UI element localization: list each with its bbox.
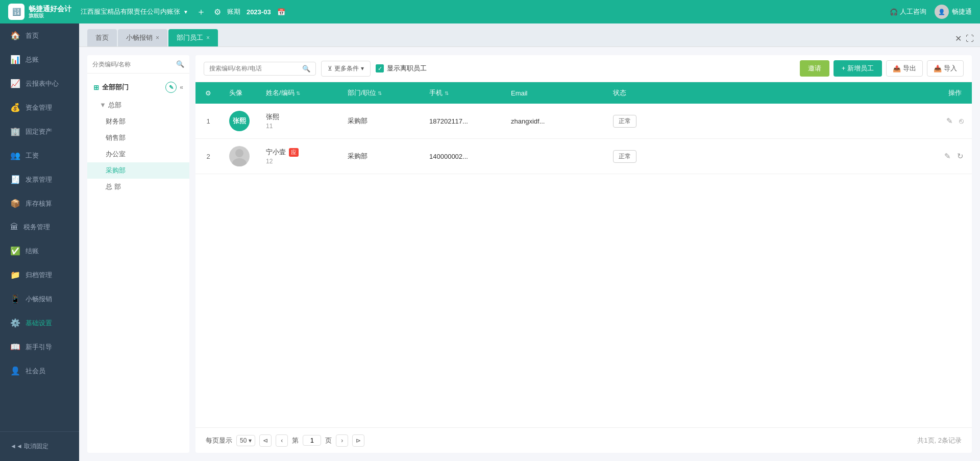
add-tab-button[interactable]: ＋ (194, 6, 208, 18)
sidebar-item-ledger[interactable]: 📊 总账 (0, 47, 79, 71)
filter-label: 更多条件 (334, 64, 359, 73)
last-page-button[interactable]: ⊳ (352, 434, 364, 447)
edit-icon[interactable]: ✎ (946, 116, 953, 126)
prev-page-button[interactable]: ‹ (276, 434, 288, 447)
dept-all-button[interactable]: ⊞ 全部部门 ✎ « (87, 78, 189, 97)
logo-text: 畅捷通好会计 旗舰版 (29, 5, 71, 19)
svg-point-1 (232, 158, 247, 166)
col-phone[interactable]: 手机 ⇅ (421, 82, 503, 104)
settings-gear-icon: ⚙️ (10, 318, 20, 328)
user-area[interactable]: 👤 畅捷通 (935, 5, 972, 19)
tab-bar: 首页 小畅报销 × 部门员工 × ✕ ⛶ (79, 23, 980, 47)
tab-employees-label: 部门员工 (177, 33, 203, 42)
sidebar-item-guide[interactable]: 📖 新手引导 (0, 335, 79, 359)
settings-icon[interactable]: ⚙ (214, 7, 221, 17)
sidebar-item-archive[interactable]: 📁 归档管理 (0, 263, 79, 287)
logout-icon[interactable]: ⎋ (959, 116, 964, 126)
dept-node-office[interactable]: 办公室 (87, 146, 189, 162)
support-label: 人工咨询 (900, 7, 926, 16)
invite-button[interactable]: 邀请 (800, 60, 829, 77)
next-page-button[interactable]: › (336, 434, 348, 447)
refresh-icon[interactable]: ↻ (957, 152, 964, 161)
ying-badge: 应 (289, 148, 299, 157)
sidebar-item-label: 库存核算 (26, 199, 52, 208)
sidebar-item-closing[interactable]: ✅ 结账 (0, 239, 79, 263)
sidebar-item-funds[interactable]: 💰 资金管理 (0, 95, 79, 119)
main-layout: 🏠 首页 📊 总账 📈 云报表中心 💰 资金管理 🏢 固定资产 👥 工资 🧾 发… (0, 23, 980, 461)
col-dept[interactable]: 部门/职位 ⇅ (339, 82, 421, 104)
search-input[interactable] (209, 65, 299, 72)
export-button[interactable]: 📤 导出 (886, 60, 923, 77)
sidebar-item-label: 资金管理 (26, 103, 52, 112)
sidebar-item-reports[interactable]: 📈 云报表中心 (0, 71, 79, 95)
tab-home[interactable]: 首页 (87, 29, 117, 46)
sidebar-item-invoice[interactable]: 🧾 发票管理 (0, 167, 79, 191)
edit-icon[interactable]: ✎ (944, 152, 951, 161)
company-selector[interactable]: 江西服宝精品有限责任公司内账张 ▼ (81, 7, 188, 16)
sidebar-item-assets[interactable]: 🏢 固定资产 (0, 119, 79, 143)
sidebar-item-label: 总账 (26, 55, 39, 64)
tab-employees[interactable]: 部门员工 × (168, 29, 218, 46)
export-icon: 📤 (893, 65, 901, 72)
filter-chevron-icon: ▾ (361, 65, 364, 72)
actions-cell: ✎ ↻ (707, 139, 972, 174)
sidebar-item-label: 小畅报销 (26, 295, 52, 304)
tab-expense[interactable]: 小畅报销 × (118, 29, 167, 46)
sidebar-item-social[interactable]: 👤 社会员 (0, 359, 79, 383)
content-area: 首页 小畅报销 × 部门员工 × ✕ ⛶ 🔍 (79, 23, 980, 461)
dept-node-purchase[interactable]: 采购部 (87, 162, 189, 179)
col-settings[interactable]: ⚙ (195, 82, 221, 104)
invoice-icon: 🧾 (10, 175, 20, 184)
support-button[interactable]: 🎧 人工咨询 (890, 7, 926, 16)
page-suffix: 页 (325, 436, 332, 445)
import-label: 导入 (944, 64, 957, 73)
phone-cell: 140000002... (421, 139, 503, 174)
filter-icon: ⊻ (328, 65, 332, 72)
dept-node-finance[interactable]: 财务部 (87, 113, 189, 130)
table-row: 1 张熙 张熙 11 (195, 104, 972, 139)
avatar: 👤 (935, 5, 949, 19)
add-employee-button[interactable]: + 新增员工 (834, 60, 882, 77)
sidebar-item-home[interactable]: 🏠 首页 (0, 23, 79, 47)
show-resigned-toggle[interactable]: ✓ 显示离职员工 (376, 64, 427, 73)
col-name-code[interactable]: 姓名/编码 ⇅ (258, 82, 339, 104)
name-code-cell: 宁小壹 应 12 (258, 139, 339, 174)
dept-search-input[interactable] (92, 61, 173, 68)
sidebar-item-payroll[interactable]: 👥 工资 (0, 143, 79, 167)
close-tab-icon[interactable]: ✕ (955, 34, 962, 43)
dept-node-general[interactable]: 总 部 (87, 179, 189, 195)
filter-button[interactable]: ⊻ 更多条件 ▾ (321, 61, 371, 77)
expand-tab-icon[interactable]: ⛶ (966, 34, 974, 43)
logo-area: 🔢 畅捷通好会计 旗舰版 (8, 4, 75, 20)
tab-actions: ✕ ⛶ (949, 34, 980, 46)
tab-expense-label: 小畅报销 (126, 33, 153, 42)
import-button[interactable]: 📥 导入 (927, 60, 964, 77)
grid-icon: ⊞ (93, 84, 99, 91)
name-row: 张熙 (266, 112, 331, 122)
tab-employees-close[interactable]: × (206, 34, 210, 41)
search-icon[interactable]: 🔍 (302, 65, 310, 72)
sidebar-item-settings[interactable]: ⚙️ 基础设置 (0, 311, 79, 335)
dept-node-zongbu[interactable]: ▼总部 (87, 97, 189, 113)
dept-collapse-icon[interactable]: « (180, 84, 183, 91)
tab-expense-close[interactable]: × (156, 34, 159, 41)
cancel-pin-button[interactable]: ◄◄ 取消固定 (0, 437, 79, 456)
employee-code: 12 (266, 158, 331, 165)
collapse-arrow: ▼ (100, 101, 106, 109)
page-input[interactable] (303, 435, 321, 446)
sidebar-item-expense[interactable]: 📱 小畅报销 (0, 287, 79, 311)
calendar-icon[interactable]: 📅 (277, 8, 285, 16)
first-page-button[interactable]: ⊲ (259, 434, 272, 447)
sidebar-item-inventory[interactable]: 📦 库存核算 (0, 191, 79, 215)
col-email: Email (503, 82, 605, 104)
dept-search-icon[interactable]: 🔍 (176, 60, 184, 68)
table: ⚙ 头像 姓名/编码 ⇅ 部门/职位 ⇅ 手机 ⇅ (195, 82, 972, 174)
home-icon: 🏠 (10, 31, 20, 40)
chevron-down-icon: ▼ (183, 9, 188, 15)
sidebar-item-tax[interactable]: 🏛 税务管理 (0, 215, 79, 239)
add-employee-label: + 新增员工 (842, 64, 874, 73)
page-label: 第 (292, 436, 299, 445)
dept-node-sales[interactable]: 销售部 (87, 130, 189, 146)
dept-edit-icon[interactable]: ✎ (165, 82, 177, 93)
per-page-select[interactable]: 50 ▾ (236, 435, 255, 446)
